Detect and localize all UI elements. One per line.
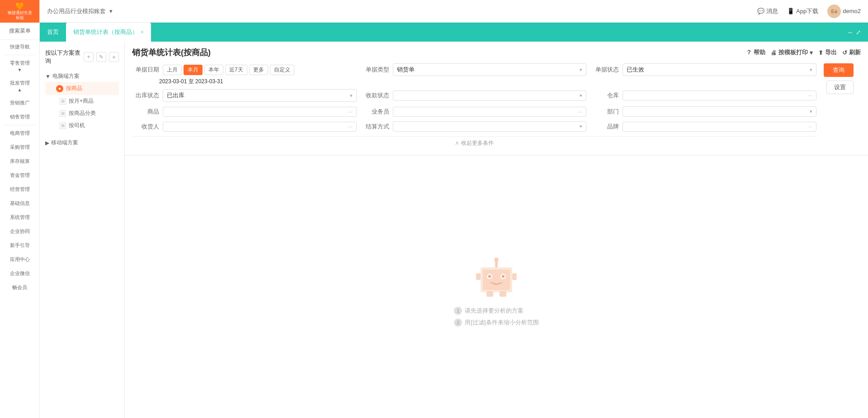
- payment-status-input[interactable]: ▾: [393, 90, 587, 101]
- svg-rect-6: [476, 273, 481, 280]
- date-buttons: 上月 本月 本年 近7天 更多 自定义: [163, 65, 294, 75]
- sales-mgmt-btn[interactable]: 销售管理: [0, 110, 39, 124]
- retail-mgmt-label: 零售管理: [10, 60, 30, 66]
- date-btn-more[interactable]: 更多: [249, 65, 268, 75]
- marketing-label: 营销推广: [10, 100, 30, 106]
- doc-type-filter-cell: 单据类型 销货单 ▾: [362, 63, 587, 76]
- page-content: 按以下方案查询 + ✎ « ▼ 电脑端方案 ● 按商品 ⊞: [40, 42, 868, 418]
- app-center-btn[interactable]: 应用中心: [0, 252, 39, 266]
- tab-home-label: 首页: [47, 28, 59, 36]
- purchase-btn[interactable]: 采购管理: [0, 140, 39, 154]
- scheme-collapse-btn[interactable]: «: [109, 52, 119, 62]
- user-avatar-btn[interactable]: Ea demo2: [827, 5, 861, 18]
- top-header-right: 💬 消息 📱 App下载 Ea demo2: [757, 5, 861, 18]
- tab-close-icon[interactable]: ×: [141, 29, 144, 35]
- svg-point-9: [494, 257, 499, 262]
- app-download-label: App下载: [796, 7, 818, 15]
- enterprise-wechat-btn[interactable]: 企业微信: [0, 266, 39, 280]
- window-maximize-icon[interactable]: ⤢: [856, 29, 861, 36]
- svg-rect-10: [486, 291, 493, 297]
- date-controls: 上月 本月 本年 近7天 更多 自定义: [163, 65, 357, 75]
- scheme-mobile-section: ▶ 移动端方案: [40, 134, 124, 151]
- export-icon: ⬆: [818, 49, 823, 56]
- scheme-edit-btn[interactable]: ✎: [96, 52, 106, 62]
- scheme-add-btn[interactable]: +: [84, 52, 94, 62]
- tab-sales-stats[interactable]: 销货单统计表（按商品） ×: [66, 23, 151, 42]
- date-btn-7days[interactable]: 近7天: [225, 65, 247, 75]
- help-icon: ？: [746, 48, 752, 57]
- enterprise-wechat-label: 企业微信: [10, 270, 30, 277]
- filter-left: 单据日期 上月 本月 本年 近7天 更多 自定义: [132, 63, 816, 150]
- out-status-input[interactable]: 已出库 ▾: [163, 89, 357, 102]
- warehouse-label: 仓库: [592, 91, 619, 100]
- date-btn-this-year[interactable]: 本年: [204, 65, 223, 75]
- filter-area: 单据日期 上月 本月 本年 近7天 更多 自定义: [132, 63, 861, 150]
- scheme-mobile-title[interactable]: ▶ 移动端方案: [45, 137, 119, 148]
- doc-status-input[interactable]: 已生效 ▾: [623, 63, 816, 76]
- main-area: 办公用品行业模拟账套 ▾ 💬 消息 📱 App下载 Ea demo2 首页 销货…: [40, 0, 868, 418]
- app-download-btn[interactable]: 📱 App下载: [787, 7, 818, 15]
- scheme-mobile-label: 移动端方案: [51, 139, 78, 147]
- scheme-pc-arrow: ▼: [45, 73, 51, 80]
- print-btn[interactable]: 🖨 按模板打印 ▾: [771, 48, 813, 57]
- out-status-filter-cell: 出库状态 已出库 ▾: [132, 89, 357, 102]
- retail-mgmt-btn[interactable]: 零售管理 ▼: [0, 56, 39, 76]
- date-btn-last-month[interactable]: 上月: [163, 65, 182, 75]
- vip-btn[interactable]: 畅会员: [0, 280, 39, 294]
- quick-nav-label: 快捷导航: [10, 43, 30, 50]
- marketing-btn[interactable]: 营销推广: [0, 96, 39, 110]
- scheme-pc-title[interactable]: ▼ 电脑端方案: [45, 71, 119, 82]
- print-icon: 🖨: [771, 49, 777, 56]
- dept-input[interactable]: ▾: [623, 106, 816, 117]
- brand-label: 品牌: [592, 123, 619, 131]
- date-btn-custom[interactable]: 自定义: [270, 65, 294, 75]
- finance-btn[interactable]: 资金管理: [0, 168, 39, 182]
- refresh-btn[interactable]: ↺ 刷新: [842, 48, 861, 57]
- wholesale-mgmt-btn[interactable]: 批发管理 ▲: [0, 76, 39, 96]
- scheme-item-by-category[interactable]: ⊞ 按商品分类: [45, 107, 119, 119]
- new-guide-btn[interactable]: 新手引导: [0, 238, 39, 252]
- collapse-more-btn[interactable]: ∧ 收起更多条件: [132, 136, 816, 150]
- window-minimize-icon[interactable]: ─: [848, 29, 852, 36]
- brand-input[interactable]: ···: [623, 122, 816, 132]
- page-title-row: 销货单统计表(按商品) ？ 帮助 🖨 按模板打印 ▾ ⬆: [132, 47, 861, 58]
- date-btn-this-month[interactable]: 本月: [184, 65, 203, 75]
- goods-input[interactable]: ···: [163, 107, 357, 117]
- out-status-arrow-icon: ▾: [350, 93, 353, 99]
- refresh-icon: ↺: [842, 49, 847, 56]
- scheme-item-by-goods[interactable]: ● 按商品: [45, 82, 119, 95]
- search-menu-btn[interactable]: 搜索菜单: [0, 23, 39, 40]
- wholesale-arrow-icon: ▲: [18, 87, 22, 92]
- tab-home[interactable]: 首页: [40, 23, 66, 42]
- warehouse-input[interactable]: ···: [623, 90, 816, 100]
- print-dropdown-icon: ▾: [810, 49, 813, 56]
- avatar: Ea: [827, 5, 841, 18]
- export-btn[interactable]: ⬆ 导出: [818, 48, 837, 57]
- scheme-sub-icon-2: ⊞: [60, 110, 66, 117]
- quick-nav-btn[interactable]: 快捷导航: [0, 40, 39, 54]
- payment-method-input[interactable]: ▾: [393, 121, 587, 132]
- scheme-item-by-driver[interactable]: ⊞ 按司机: [45, 119, 119, 132]
- inventory-btn[interactable]: 库存核算: [0, 154, 39, 168]
- operations-btn[interactable]: 经营管理: [0, 182, 39, 196]
- payment-status-arrow-icon: ▾: [580, 93, 582, 99]
- payment-method-label: 结算方式: [362, 123, 389, 131]
- doc-type-input[interactable]: 销货单 ▾: [393, 63, 587, 76]
- help-label: 帮助: [754, 48, 765, 57]
- message-btn[interactable]: 💬 消息: [757, 7, 778, 15]
- scheme-item-active-icon: ●: [56, 85, 63, 92]
- receiver-input[interactable]: ···: [163, 122, 357, 132]
- scheme-panel: 按以下方案查询 + ✎ « ▼ 电脑端方案 ● 按商品 ⊞: [40, 42, 125, 418]
- basic-info-btn[interactable]: 基础信息: [0, 196, 39, 210]
- enterprise-collab-btn[interactable]: 企业协同: [0, 224, 39, 238]
- scheme-item-by-month-goods[interactable]: ⊞ 按月+商品: [45, 95, 119, 107]
- app-center-label: 应用中心: [10, 256, 30, 263]
- help-btn[interactable]: ？ 帮助: [746, 48, 765, 57]
- setting-button[interactable]: 设置: [826, 81, 854, 94]
- ecommerce-btn[interactable]: 电商管理: [0, 126, 39, 140]
- salesman-input[interactable]: ···: [393, 107, 587, 117]
- workspace-dropdown-icon[interactable]: ▾: [109, 8, 113, 14]
- empty-state: 1 请先选择要分析的方案 2 用[过滤]条件来缩小分析范围: [125, 156, 868, 418]
- query-button[interactable]: 查询: [824, 63, 854, 77]
- system-mgmt-btn[interactable]: 系统管理: [0, 210, 39, 224]
